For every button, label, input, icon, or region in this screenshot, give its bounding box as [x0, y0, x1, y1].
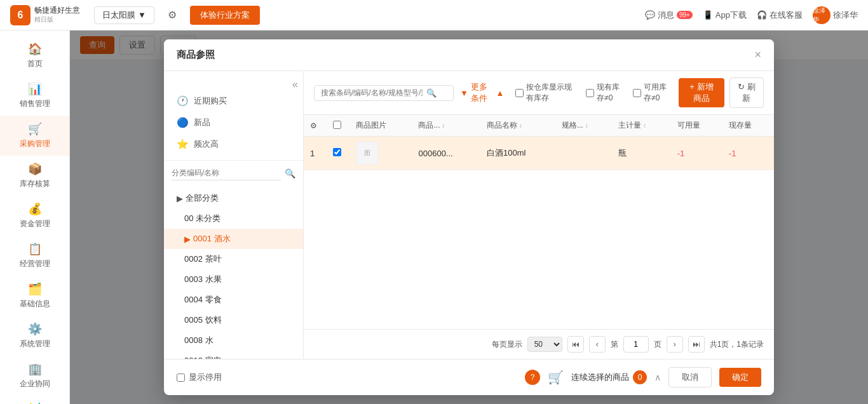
col-unit[interactable]: 主计量 — [612, 115, 670, 137]
sidebar-item-operation[interactable]: 📋 经营管理 — [0, 236, 69, 276]
cat-fruit[interactable]: 0003 水果 — [164, 269, 303, 290]
category-search-input[interactable] — [172, 166, 281, 180]
collapse-icon[interactable]: ∧ — [654, 372, 661, 382]
system-icon: ⚙️ — [28, 322, 42, 336]
col-code[interactable]: 商品... — [412, 115, 480, 137]
refresh-btn[interactable]: ↻ 刷新 — [729, 77, 764, 108]
per-page-select[interactable]: 50 10 20 100 — [527, 337, 562, 352]
collapse-left-icon[interactable]: « — [292, 79, 298, 90]
add-product-btn[interactable]: + 新增商品 — [679, 78, 724, 107]
quick-link-new[interactable]: 🔵 新品 — [164, 112, 303, 133]
product-reference-modal: 商品参照 × « 🕐 近期购买 — [164, 39, 774, 395]
col-name[interactable]: 商品名称 — [480, 115, 555, 137]
finance-icon: 💰 — [28, 202, 42, 216]
checkbox-available[interactable] — [633, 89, 641, 97]
headset-icon: 🎧 — [757, 10, 767, 20]
cat-label-snack: 0004 零食 — [184, 294, 222, 306]
modal-toolbar: 🔍 ▼ 更多条件 ▲ 按仓库显示现有库存 — [304, 71, 774, 115]
confirm-button[interactable]: 确定 — [719, 368, 761, 387]
table-row[interactable]: 1 图 000600... 白酒100ml — [304, 137, 774, 170]
exp-btn[interactable]: 体验行业方案 — [190, 6, 260, 25]
gear-icon[interactable]: ⚙ — [310, 121, 317, 130]
enterprise-icon: 🏢 — [28, 362, 42, 376]
show-disabled-label[interactable]: 显示停用 — [177, 372, 222, 383]
sidebar-label-home: 首页 — [27, 58, 43, 69]
first-page-btn[interactable]: ⏮ — [567, 336, 584, 353]
sidebar-item-inventory[interactable]: 📦 库存核算 — [0, 156, 69, 196]
sidebar-item-finance[interactable]: 💰 资金管理 — [0, 196, 69, 236]
cat-liquor[interactable]: ▶ 0001 酒水 — [164, 229, 303, 249]
cat-all[interactable]: ▶ 全部分类 — [164, 188, 303, 208]
modal-title: 商品参照 — [177, 49, 215, 61]
app-name: 畅捷通好生意 — [34, 6, 80, 16]
cancel-button[interactable]: 取消 — [668, 367, 712, 387]
col-current: 现存量 — [722, 115, 774, 137]
quick-link-new-label: 新品 — [194, 117, 210, 128]
cat-appliance[interactable]: 0010 家电 — [164, 351, 303, 359]
col-spec[interactable]: 规格... — [555, 115, 613, 137]
quick-link-recent[interactable]: 🕐 近期购买 — [164, 90, 303, 112]
show-disabled-text: 显示停用 — [189, 372, 222, 383]
sidebar-label-system: 系统管理 — [20, 339, 50, 349]
page-total: 共1页，1条记录 — [710, 339, 764, 350]
cat-uncategorized[interactable]: 00 未分类 — [164, 208, 303, 229]
chevron-down-icon: ▼ — [138, 10, 146, 20]
checkbox-existing[interactable] — [586, 89, 594, 97]
cat-label-all: 全部分类 — [186, 192, 219, 204]
show-disabled-checkbox[interactable] — [177, 374, 185, 382]
nav-dropdown[interactable]: 日太阳膜 ▼ — [94, 6, 154, 24]
help-icon[interactable]: ? — [525, 370, 540, 385]
cat-water[interactable]: 0008 水 — [164, 330, 303, 351]
cat-drink[interactable]: 0005 饮料 — [164, 310, 303, 330]
modal-right-panel: 🔍 ▼ 更多条件 ▲ 按仓库显示现有库存 — [304, 71, 774, 359]
sidebar-item-home[interactable]: 🏠 首页 — [0, 36, 69, 76]
sidebar-item-basic[interactable]: 🗂️ 基础信息 — [0, 276, 69, 316]
cat-label-water: 0008 水 — [184, 335, 214, 346]
product-table-wrapper: ⚙ 商品图片 商品... 商品名称 规格... — [304, 115, 774, 329]
close-icon[interactable]: × — [754, 48, 761, 62]
next-page-btn[interactable]: › — [667, 336, 683, 353]
message-icon: 💬 — [645, 10, 655, 20]
filter-label: 更多条件 — [471, 81, 494, 104]
page-number-input[interactable] — [623, 336, 649, 353]
checkbox-existing-label[interactable]: 现有库存≠0 — [586, 82, 625, 104]
search-icon[interactable]: 🔍 — [285, 168, 295, 178]
col-gear: ⚙ — [304, 115, 327, 137]
settings-icon[interactable]: ⚙ — [162, 5, 182, 25]
main-layout: 🏠 首页 📊 销售管理 🛒 采购管理 📦 库存核算 💰 资金管理 📋 经营管理 … — [0, 30, 868, 404]
nav-app-download[interactable]: 📱 App下载 — [703, 10, 747, 21]
checkbox-warehouse-label[interactable]: 按仓库显示现有库存 — [515, 82, 578, 104]
home-icon: 🏠 — [28, 42, 42, 56]
cart-icon[interactable]: 🛒 — [548, 370, 564, 385]
sidebar-item-enterprise[interactable]: 🏢 企业协同 — [0, 356, 69, 396]
row-checkbox[interactable] — [333, 148, 341, 156]
nav-user[interactable]: 徐泽华 徐泽华 — [813, 6, 858, 24]
checkbox-available-label[interactable]: 可用库存≠0 — [633, 82, 672, 104]
checkbox-warehouse[interactable] — [515, 89, 524, 97]
cont-select: 连续选择的商品 0 — [571, 370, 647, 384]
more-filter-btn[interactable]: ▼ 更多条件 ▲ — [460, 81, 504, 104]
row-current: -1 — [722, 137, 774, 170]
cat-tea[interactable]: 0002 茶叶 — [164, 249, 303, 269]
cat-snack[interactable]: 0004 零食 — [164, 290, 303, 310]
select-all-checkbox[interactable] — [333, 121, 341, 129]
prev-page-btn[interactable]: ‹ — [589, 336, 606, 353]
last-page-btn[interactable]: ⏭ — [688, 336, 705, 353]
row-unit: 瓶 — [612, 137, 670, 170]
sidebar-item-purchase[interactable]: 🛒 采购管理 — [0, 116, 69, 156]
sidebar-label-purchase: 采购管理 — [20, 138, 50, 149]
product-search-input[interactable] — [321, 88, 423, 97]
nav-messages[interactable]: 💬 消息 99+ — [645, 10, 693, 21]
sidebar-item-guide[interactable]: 🔰 新手引导 — [0, 396, 69, 404]
row-name: 白酒100ml — [480, 137, 555, 170]
nav-service[interactable]: 🎧 在线客服 — [757, 10, 803, 21]
sidebar-item-system[interactable]: ⚙️ 系统管理 — [0, 316, 69, 356]
product-thumbnail: 图 — [356, 142, 379, 165]
modal-header: 商品参照 × — [164, 39, 774, 71]
search-icon[interactable]: 🔍 — [426, 88, 437, 98]
sidebar-item-sales[interactable]: 📊 销售管理 — [0, 76, 69, 116]
messages-label: 消息 — [658, 10, 674, 21]
quick-link-frequent[interactable]: ⭐ 频次高 — [164, 133, 303, 155]
row-image: 图 — [349, 137, 412, 170]
sales-icon: 📊 — [28, 82, 42, 96]
